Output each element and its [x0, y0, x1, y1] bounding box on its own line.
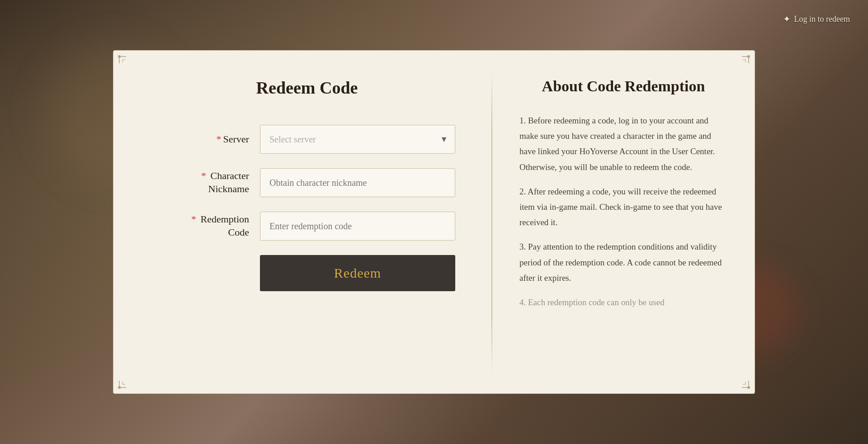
corner-decoration-bl: [117, 372, 135, 390]
nickname-required-marker: *: [201, 170, 206, 181]
svg-point-0: [118, 55, 121, 58]
nickname-input[interactable]: [260, 168, 455, 197]
modal-card: Redeem Code *Server Select server Americ…: [113, 50, 755, 394]
code-field-row: * Redemption Code: [159, 212, 455, 241]
nickname-label: * Character Nickname: [159, 170, 249, 195]
svg-point-2: [118, 386, 121, 389]
svg-point-3: [747, 386, 750, 389]
form-title: Redeem Code: [159, 78, 455, 98]
redemption-code-input[interactable]: [260, 212, 455, 241]
server-select[interactable]: Select server America Europe Asia TW, HK…: [260, 125, 455, 154]
about-content: 1. Before redeeming a code, log in to yo…: [519, 113, 727, 319]
left-panel: Redeem Code *Server Select server Americ…: [113, 51, 491, 393]
server-field-row: *Server Select server America Europe Asi…: [159, 125, 455, 154]
nickname-field-row: * Character Nickname: [159, 168, 455, 197]
about-point-1: 1. Before redeeming a code, log in to yo…: [519, 113, 727, 175]
corner-decoration-tr: [733, 54, 751, 72]
panel-divider: [491, 69, 492, 375]
modal-wrapper: Redeem Code *Server Select server Americ…: [113, 50, 755, 394]
code-input-wrapper: [260, 212, 455, 241]
right-panel: About Code Redemption 1. Before redeemin…: [492, 51, 755, 393]
corner-decoration-tl: [117, 54, 135, 72]
about-title: About Code Redemption: [519, 78, 727, 95]
nickname-input-wrapper: [260, 168, 455, 197]
login-label: Log in to redeem: [794, 14, 850, 24]
server-label: *Server: [159, 133, 249, 146]
svg-point-1: [747, 55, 750, 58]
star-icon: ✦: [783, 14, 791, 24]
redeem-button[interactable]: Redeem: [260, 255, 455, 291]
about-point-3: 3. Pay attention to the redemption condi…: [519, 239, 727, 286]
server-required-marker: *: [217, 133, 222, 145]
corner-decoration-br: [733, 372, 751, 390]
submit-row: Redeem: [159, 255, 455, 291]
code-label: * Redemption Code: [159, 213, 249, 239]
login-button[interactable]: ✦ Log in to redeem: [783, 14, 850, 24]
form-fields: *Server Select server America Europe Asi…: [159, 125, 455, 291]
about-point-4: 4. Each redemption code can only be used: [519, 295, 727, 310]
server-select-wrapper: Select server America Europe Asia TW, HK…: [260, 125, 455, 154]
code-required-marker: *: [191, 213, 196, 225]
about-content-wrapper: 1. Before redeeming a code, log in to yo…: [519, 113, 727, 366]
about-point-2: 2. After redeeming a code, you will rece…: [519, 184, 727, 231]
